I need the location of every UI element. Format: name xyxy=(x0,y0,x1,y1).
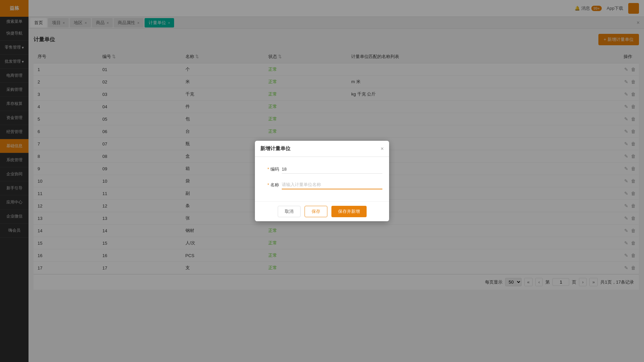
add-unit-modal: 新增计量单位 × 编码 名称 取消 保存 保存并新增 xyxy=(255,141,389,221)
modal-footer: 取消 保存 保存并新增 xyxy=(255,201,389,221)
code-label: 编码 xyxy=(262,166,282,172)
code-field-row: 编码 xyxy=(262,165,382,174)
code-input[interactable] xyxy=(282,165,382,174)
save-button[interactable]: 保存 xyxy=(305,206,327,217)
cancel-button[interactable]: 取消 xyxy=(278,206,301,217)
save-and-new-button[interactable]: 保存并新增 xyxy=(331,206,367,217)
modal-body: 编码 名称 xyxy=(255,157,389,201)
modal-close-button[interactable]: × xyxy=(381,146,384,152)
modal-header: 新增计量单位 × xyxy=(255,141,389,157)
modal-title: 新增计量单位 xyxy=(260,145,290,152)
name-input[interactable] xyxy=(282,180,382,189)
name-label: 名称 xyxy=(262,182,282,188)
name-field-row: 名称 xyxy=(262,180,382,189)
modal-overlay: 新增计量单位 × 编码 名称 取消 保存 保存并新增 xyxy=(0,0,644,362)
